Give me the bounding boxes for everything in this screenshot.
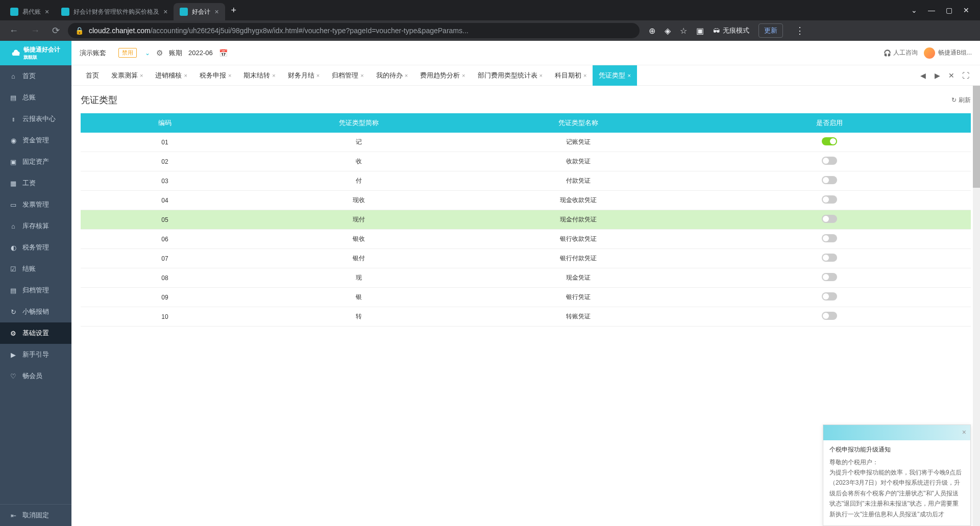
new-tab-button[interactable]: + <box>225 5 243 16</box>
tab-next-icon[interactable]: ▶ <box>931 69 943 82</box>
consult-button[interactable]: 🎧 人工咨询 <box>884 48 918 57</box>
enable-toggle[interactable] <box>822 157 837 165</box>
tab-close-icon[interactable]: × <box>214 8 218 16</box>
tab-close-icon[interactable]: × <box>583 72 586 79</box>
account-dropdown-icon[interactable]: ⌄ <box>145 49 150 57</box>
unpin-button[interactable]: ⇤ 取消固定 <box>0 505 71 526</box>
tab-prev-icon[interactable]: ◀ <box>917 69 929 82</box>
content-tab-2[interactable]: 进销稽核× <box>149 65 193 86</box>
chevron-down-icon[interactable]: ⌄ <box>911 7 918 14</box>
update-button[interactable]: 更新 <box>758 23 783 38</box>
sidebar-item-vip[interactable]: ♡畅会员 <box>0 365 71 387</box>
table-row[interactable]: 10 转 转账凭证 <box>81 307 971 327</box>
enable-toggle[interactable] <box>822 292 837 300</box>
tab-close-icon[interactable]: × <box>316 72 320 79</box>
notification-close-icon[interactable]: × <box>962 428 966 436</box>
sidebar-item-asset[interactable]: ▣固定资产 <box>0 151 71 172</box>
tab-close-icon[interactable]: × <box>627 72 630 79</box>
sidebar-item-tax[interactable]: ◐税务管理 <box>0 237 71 258</box>
enable-toggle[interactable] <box>822 234 837 242</box>
table-row[interactable]: 07 银付 银行付款凭证 <box>81 249 971 268</box>
table-row[interactable]: 04 现收 现金收款凭证 <box>81 191 971 210</box>
enable-toggle[interactable] <box>822 273 837 281</box>
tab-close-icon[interactable]: × <box>405 72 408 79</box>
sidebar-item-archive[interactable]: ▤归档管理 <box>0 280 71 301</box>
content-tab-6[interactable]: 归档管理× <box>326 65 370 86</box>
sidebar-item-salary[interactable]: ▦工资 <box>0 172 71 194</box>
bookmark-icon[interactable]: ☆ <box>680 26 687 36</box>
content-tab-4[interactable]: 期末结转× <box>237 65 281 86</box>
content-tab-10[interactable]: 科目期初× <box>549 65 593 86</box>
content-tab-8[interactable]: 费用趋势分析× <box>414 65 471 86</box>
back-button[interactable]: ← <box>5 23 22 38</box>
table-row[interactable]: 01 记 记账凭证 <box>81 133 971 152</box>
tab-close-icon[interactable]: × <box>228 72 231 79</box>
user-info[interactable]: 畅捷通B组... <box>924 47 972 59</box>
content-tab-7[interactable]: 我的待办× <box>370 65 414 86</box>
sidebar-item-home[interactable]: ⌂首页 <box>0 65 71 87</box>
cell-name: 现金付款凭证 <box>469 210 688 230</box>
sidebar-item-closing[interactable]: ☑结账 <box>0 258 71 280</box>
maximize-icon[interactable]: ▢ <box>945 7 952 14</box>
browser-tab-0[interactable]: 易代账 × <box>4 3 55 20</box>
sidebar-item-report[interactable]: ⫾云报表中心 <box>0 108 71 130</box>
tab-close-icon[interactable]: × <box>184 72 187 79</box>
content-tab-0[interactable]: 首页 <box>80 65 105 86</box>
forward-button[interactable]: → <box>27 23 44 38</box>
sidebar-item-settings[interactable]: ⚙基础设置 <box>0 322 71 344</box>
gear-icon[interactable]: ⚙ <box>156 48 163 58</box>
table-row[interactable]: 05 现付 现金付款凭证 <box>81 210 971 230</box>
tab-close-icon[interactable]: × <box>462 72 465 79</box>
table-row[interactable]: 08 现 现金凭证 <box>81 268 971 288</box>
fullscreen-icon[interactable]: ⛶ <box>960 69 972 82</box>
enable-toggle[interactable] <box>822 215 837 223</box>
table-row[interactable]: 09 银 银行凭证 <box>81 288 971 307</box>
reload-button[interactable]: ⟳ <box>48 23 64 38</box>
tab-close-icon[interactable]: × <box>163 8 167 16</box>
scrollbar-thumb[interactable] <box>973 86 980 188</box>
tab-close-icon[interactable]: × <box>45 8 49 16</box>
enable-toggle[interactable] <box>822 254 837 262</box>
tab-close-all-icon[interactable]: ✕ <box>945 69 958 82</box>
table-row[interactable]: 02 收 收款凭证 <box>81 152 971 171</box>
sidebar-item-invoice[interactable]: ▭发票管理 <box>0 194 71 215</box>
tab-close-icon[interactable]: × <box>360 72 363 79</box>
sidebar-item-guide[interactable]: ▶新手引导 <box>0 344 71 365</box>
content-tab-3[interactable]: 税务申报× <box>193 65 237 86</box>
extension-icon[interactable]: ◈ <box>665 26 671 36</box>
zoom-icon[interactable]: ⊕ <box>649 26 655 36</box>
browser-tab-1[interactable]: 好会计财务管理软件购买价格及 × <box>55 3 174 20</box>
content-tab-5[interactable]: 财务月结× <box>282 65 326 86</box>
calendar-icon[interactable]: 📅 <box>219 49 228 57</box>
enable-toggle[interactable] <box>822 137 837 145</box>
sidebar-item-ledger[interactable]: ▤总账 <box>0 87 71 108</box>
browser-tab-2[interactable]: 好会计 × <box>174 3 225 20</box>
sidebar-item-fund[interactable]: ◉资金管理 <box>0 130 71 151</box>
close-icon[interactable]: ✕ <box>963 7 970 14</box>
tab-close-icon[interactable]: × <box>272 72 275 79</box>
tab-controls: ◀ ▶ ✕ ⛶ <box>913 69 972 82</box>
refresh-button[interactable]: ↻ 刷新 <box>951 96 971 105</box>
sidebar-item-warehouse[interactable]: ⌂库存核算 <box>0 215 71 237</box>
enable-toggle[interactable] <box>822 312 837 320</box>
content-tab-1[interactable]: 发票测算× <box>105 65 149 86</box>
enable-toggle[interactable] <box>822 176 837 184</box>
menu-icon[interactable]: ⋮ <box>792 25 807 36</box>
url-input[interactable]: 🔒 cloud2.chanjet.com/accounting/uh26t264… <box>68 23 640 38</box>
enable-toggle[interactable] <box>822 195 837 204</box>
tab-label: 凭证类型 <box>599 71 625 80</box>
tab-close-icon[interactable]: × <box>140 72 143 79</box>
minimize-icon[interactable]: — <box>928 7 935 14</box>
tab-close-icon[interactable]: × <box>540 72 543 79</box>
download-icon[interactable]: ▣ <box>696 26 704 36</box>
content-tab-9[interactable]: 部门费用类型统计表× <box>472 65 549 86</box>
content-tab-11[interactable]: 凭证类型× <box>593 65 636 86</box>
unpin-label: 取消固定 <box>22 511 49 520</box>
table-row[interactable]: 06 银收 银行收款凭证 <box>81 230 971 249</box>
logo[interactable]: 畅捷通好会计 旗舰版 <box>0 41 71 65</box>
disable-badge[interactable]: 禁用 <box>118 48 137 58</box>
vertical-scrollbar[interactable] <box>973 86 980 526</box>
sidebar-item-reimburse[interactable]: ↻小畅报销 <box>0 301 71 322</box>
table-row[interactable]: 03 付 付款凭证 <box>81 171 971 191</box>
period-value[interactable]: 2022-06 <box>188 49 213 57</box>
